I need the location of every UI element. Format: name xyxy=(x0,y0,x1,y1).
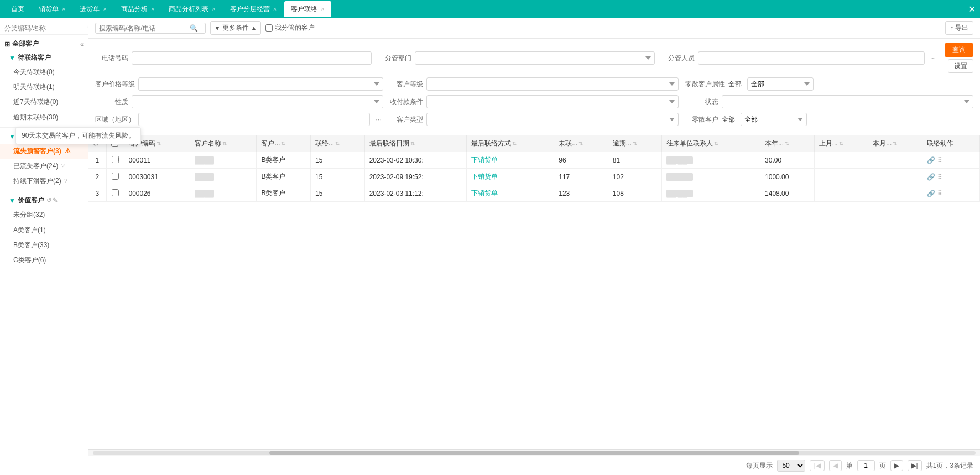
filter-input-person[interactable] xyxy=(698,51,925,65)
tab-customer-tier[interactable]: 客户分层经营 × xyxy=(223,1,283,17)
col-last-method[interactable]: 最后联络方式⇅ xyxy=(466,135,554,152)
sidebar-item-churned[interactable]: 已流失客户(24) ? xyxy=(0,159,88,174)
row-this-month-0 xyxy=(868,152,922,169)
sidebar-item-no-group[interactable]: 未分组(32) xyxy=(0,207,88,222)
row-checkbox-0[interactable] xyxy=(112,156,119,163)
last-method-link-0[interactable]: 下销货单 xyxy=(471,156,498,164)
row-checkbox-cell-0[interactable] xyxy=(106,152,124,169)
filter-select-level[interactable] xyxy=(426,77,678,91)
row-contact-person-0: ██ ██... xyxy=(662,152,760,169)
sidebar-group-value[interactable]: ▼ 价值客户 ↺ ✎ xyxy=(0,194,88,207)
page-input[interactable] xyxy=(857,460,875,471)
edit-icon-value[interactable]: ✎ xyxy=(53,197,58,204)
search-box[interactable]: 🔍 xyxy=(95,23,206,34)
sidebar-item-c-class[interactable]: C类客户(6) xyxy=(0,253,88,268)
filter-more-region-btn[interactable]: ··· xyxy=(373,116,383,123)
action-link-icon-1[interactable]: 🔗 xyxy=(927,173,935,181)
action-link-icon-2[interactable]: 🔗 xyxy=(927,190,935,197)
action-link-icon-0[interactable]: 🔗 xyxy=(927,156,935,164)
export-btn[interactable]: ↑ 导出 xyxy=(945,21,973,35)
query-btn[interactable]: 查询 xyxy=(945,43,973,57)
sidebar-group-pending-label: 待联络客户 xyxy=(18,53,51,62)
tab-close-analysis-list[interactable]: × xyxy=(212,6,215,12)
col-last-month[interactable]: 上月...⇅ xyxy=(814,135,868,152)
sidebar-item-churn-warning[interactable]: 流失预警客户(3) ⚠ xyxy=(0,144,88,159)
sort-icon-last-month: ⇅ xyxy=(839,140,843,147)
last-page-btn[interactable]: ▶| xyxy=(908,460,922,471)
sidebar-item-7days[interactable]: 近7天待联络(0) xyxy=(0,95,88,109)
row-checkbox-1[interactable] xyxy=(112,173,119,180)
filter-select-zero-customer[interactable]: 全部 xyxy=(741,113,807,126)
sidebar-item-declining[interactable]: 持续下滑客户(2) ? xyxy=(0,174,88,189)
last-method-link-1[interactable]: 下销货单 xyxy=(471,173,498,180)
filter-more-person-btn[interactable]: ··· xyxy=(928,54,938,62)
col-no-contact[interactable]: 未联...⇅ xyxy=(554,135,608,152)
tab-home[interactable]: 首页 xyxy=(4,1,31,17)
window-close-btn[interactable]: ✕ xyxy=(968,4,976,14)
tab-close-customer-contact[interactable]: × xyxy=(321,6,324,12)
sidebar-group-pending[interactable]: ▼ 待联络客户 xyxy=(0,51,88,65)
last-method-link-2[interactable]: 下销货单 xyxy=(471,189,498,197)
search-icon[interactable]: 🔍 xyxy=(190,24,198,32)
tab-sales[interactable]: 销货单 × xyxy=(32,1,72,17)
my-customer-checkbox[interactable] xyxy=(265,24,273,32)
row-checkbox-cell-2[interactable] xyxy=(106,185,124,202)
col-contact-person[interactable]: 往来单位联系人⇅ xyxy=(662,135,760,152)
sidebar-search-input[interactable] xyxy=(4,24,87,32)
col-last-date[interactable]: 最后联络日期⇅ xyxy=(364,135,466,152)
sidebar-item-tomorrow[interactable]: 明天待联络(1) xyxy=(0,80,88,95)
row-checkbox-cell-1[interactable] xyxy=(106,169,124,185)
action-more-icon-1[interactable]: ⠿ xyxy=(937,173,942,181)
tab-customer-contact[interactable]: 客户联络 × xyxy=(284,1,331,17)
filter-select-status[interactable] xyxy=(722,95,973,108)
filter-select-price-level[interactable] xyxy=(138,77,383,91)
row-checkbox-2[interactable] xyxy=(112,189,119,196)
more-filter-btn[interactable]: ▼ 更多条件 ▲ xyxy=(210,21,261,35)
next-page-btn[interactable]: ▶ xyxy=(890,460,903,471)
my-customer-checkbox-label[interactable]: 我分管的客户 xyxy=(265,23,315,33)
first-page-btn[interactable]: |◀ xyxy=(810,460,824,471)
filter-select-type[interactable] xyxy=(426,113,678,126)
sidebar-collapse-btn[interactable]: « xyxy=(80,41,84,48)
row-last-method-1[interactable]: 下销货单 xyxy=(466,169,554,185)
filter-input-phone[interactable] xyxy=(132,51,372,65)
filter-select-nature[interactable] xyxy=(132,95,383,108)
sidebar-root[interactable]: ⊞ 全部客户 « xyxy=(0,37,88,51)
tab-purchase[interactable]: 进货单 × xyxy=(73,1,113,17)
sidebar-item-overdue[interactable]: 逾期未联络(30) xyxy=(0,110,88,125)
action-more-icon-0[interactable]: ⠿ xyxy=(937,156,942,164)
question-icon-churned[interactable]: ? xyxy=(61,163,65,169)
tab-close-customer-tier[interactable]: × xyxy=(273,6,277,12)
horizontal-scrollbar[interactable] xyxy=(88,449,980,456)
refresh-icon-value[interactable]: ↺ xyxy=(46,197,51,204)
prev-page-btn[interactable]: ◀ xyxy=(829,460,842,471)
col-name[interactable]: 客户名称⇅ xyxy=(190,135,257,152)
col-contact-count[interactable]: 联络...⇅ xyxy=(311,135,365,152)
filter-label-zero-attr: 零散客户属性 xyxy=(685,80,725,89)
row-name-2: ████ xyxy=(190,185,257,202)
per-page-select[interactable]: 50 100 200 xyxy=(777,460,805,472)
tab-analysis-list[interactable]: 商品分析列表 × xyxy=(162,1,222,17)
filter-input-region[interactable] xyxy=(138,113,370,126)
sidebar-search-box[interactable]: 🔍 xyxy=(0,22,88,35)
tab-close-sales[interactable]: × xyxy=(62,6,65,12)
filter-select-payment[interactable] xyxy=(426,95,678,108)
sidebar-item-today[interactable]: 今天待联络(0) xyxy=(0,65,88,80)
col-this-month[interactable]: 本月...⇅ xyxy=(868,135,922,152)
tab-close-purchase[interactable]: × xyxy=(103,6,106,12)
tab-analysis[interactable]: 商品分析 × xyxy=(114,1,161,17)
row-last-method-0[interactable]: 下销货单 xyxy=(466,152,554,169)
col-overdue[interactable]: 逾期...⇅ xyxy=(608,135,662,152)
sidebar-item-a-class[interactable]: A类客户(1) xyxy=(0,223,88,238)
row-last-method-2[interactable]: 下销货单 xyxy=(466,185,554,202)
col-this-year[interactable]: 本年...⇅ xyxy=(760,135,815,152)
action-more-icon-2[interactable]: ⠿ xyxy=(937,190,942,197)
sidebar-item-b-class[interactable]: B类客户(33) xyxy=(0,238,88,253)
filter-select-zero-attr[interactable]: 全部 xyxy=(747,77,814,91)
filter-select-dept[interactable] xyxy=(415,51,655,65)
search-input[interactable] xyxy=(99,24,187,32)
col-type[interactable]: 客户...⇅ xyxy=(257,135,311,152)
tab-close-analysis[interactable]: × xyxy=(151,6,154,12)
question-icon-declining[interactable]: ? xyxy=(64,178,67,184)
settings-btn[interactable]: 设置 xyxy=(948,59,973,73)
